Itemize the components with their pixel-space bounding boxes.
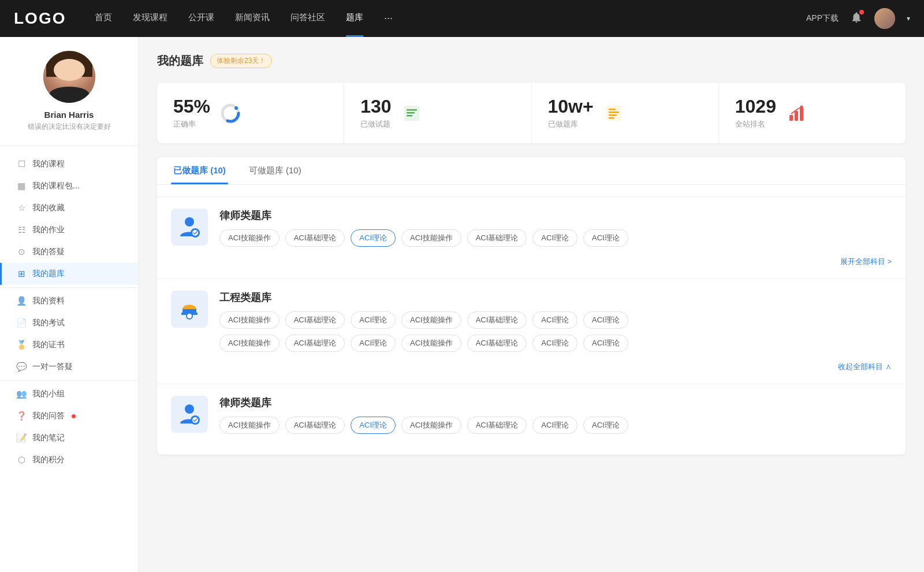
user-dropdown-arrow[interactable]: ▾ xyxy=(907,14,910,23)
stat-done-banks: 10w+ 已做题库 xyxy=(532,83,719,143)
tag[interactable]: ACI理论 xyxy=(532,229,578,247)
engineer-icon xyxy=(177,296,202,322)
nav-right: APP下载 ▾ xyxy=(806,8,910,29)
sidebar-item-notes[interactable]: 📝 我的笔记 xyxy=(0,427,138,449)
svg-point-15 xyxy=(800,105,803,108)
svg-rect-11 xyxy=(609,117,614,119)
tag[interactable]: ACI技能操作 xyxy=(401,335,461,352)
profile-motto: 错误的决定比没有决定要好 xyxy=(28,122,111,132)
bank-footer-lawyer-1: 展开全部科目 > xyxy=(171,256,892,267)
clipboard-icon: ☷ xyxy=(16,225,27,235)
svg-rect-12 xyxy=(789,115,793,121)
tag[interactable]: ACI理论 xyxy=(583,335,628,352)
tag[interactable]: ACI基础理论 xyxy=(467,229,527,247)
tag-active[interactable]: ACI理论 xyxy=(351,229,396,247)
tag[interactable]: ACI理论 xyxy=(351,311,396,329)
tag[interactable]: ACI技能操作 xyxy=(219,311,280,329)
nav-news[interactable]: 新闻资讯 xyxy=(235,12,270,25)
bank-icon-lawyer-1 xyxy=(171,209,208,246)
stat-correct-rate: 55% 正确率 xyxy=(157,83,344,143)
page-wrapper: Brian Harris 错误的决定比没有决定要好 ☐ 我的课程 ▦ 我的课程包… xyxy=(0,37,924,572)
sidebar-item-bank[interactable]: ⊞ 我的题库 xyxy=(0,263,138,285)
tag[interactable]: ACI技能操作 xyxy=(219,335,280,352)
donut-icon xyxy=(219,102,241,124)
stat-done-questions: 130 已做试题 xyxy=(344,83,531,143)
sidebar-item-favorites[interactable]: ☆ 我的收藏 xyxy=(0,197,138,219)
svg-rect-4 xyxy=(407,109,417,111)
tag[interactable]: ACI基础理论 xyxy=(285,311,345,329)
tag[interactable]: ACI技能操作 xyxy=(401,417,461,434)
sidebar-item-one-on-one[interactable]: 💬 一对一答疑 xyxy=(0,356,138,378)
tag[interactable]: ACI技能操作 xyxy=(219,417,280,434)
sidebar-menu: ☐ 我的课程 ▦ 我的课程包... ☆ 我的收藏 ☷ 我的作业 ⊙ 我的答疑 ⊞… xyxy=(0,153,138,471)
stat-value-done-questions: 130 xyxy=(360,96,391,117)
user-avatar[interactable] xyxy=(874,8,895,29)
sidebar-item-exams[interactable]: 📄 我的考试 xyxy=(0,312,138,334)
question-circle-icon: ⊙ xyxy=(16,247,27,257)
tag[interactable]: ACI理论 xyxy=(532,335,578,352)
sidebar-item-qa[interactable]: ⊙ 我的答疑 xyxy=(0,241,138,263)
bank-icon-engineer xyxy=(171,291,208,328)
stats-row: 55% 正确率 130 已做试题 xyxy=(157,83,906,143)
nav-open-course[interactable]: 公开课 xyxy=(188,12,214,25)
tag[interactable]: ACI技能操作 xyxy=(219,229,280,247)
tag[interactable]: ACI技能操作 xyxy=(401,229,461,247)
tag[interactable]: ACI理论 xyxy=(583,417,628,434)
expand-link-lawyer-1[interactable]: 展开全部科目 > xyxy=(840,257,892,266)
svg-rect-6 xyxy=(407,115,412,117)
tag[interactable]: ACI理论 xyxy=(583,229,628,247)
bank-title-lawyer-1: 律师类题库 xyxy=(219,209,892,222)
note-yellow-icon xyxy=(603,102,625,124)
tag[interactable]: ACI基础理论 xyxy=(285,335,345,352)
tag[interactable]: ACI理论 xyxy=(583,311,628,329)
tag[interactable]: ACI基础理论 xyxy=(285,417,345,434)
svg-point-23 xyxy=(185,404,194,414)
tag[interactable]: ACI基础理论 xyxy=(467,311,527,329)
sidebar-item-courses[interactable]: ☐ 我的课程 xyxy=(0,153,138,175)
tag[interactable]: ACI技能操作 xyxy=(401,311,461,329)
tag-active[interactable]: ACI理论 xyxy=(351,417,396,434)
tab-available[interactable]: 可做题库 (10) xyxy=(247,157,304,184)
app-download-button[interactable]: APP下载 xyxy=(806,13,839,24)
bank-tags-lawyer-1: ACI技能操作 ACI基础理论 ACI理论 ACI技能操作 ACI基础理论 AC… xyxy=(219,229,892,247)
svg-rect-5 xyxy=(407,112,415,114)
tag[interactable]: ACI基础理论 xyxy=(285,229,345,247)
doc-icon: ☐ xyxy=(16,159,27,169)
nav-home[interactable]: 首页 xyxy=(95,12,112,25)
tag[interactable]: ACI理论 xyxy=(351,335,396,352)
nav-discover[interactable]: 发现课程 xyxy=(133,12,167,25)
nav-bank[interactable]: 题库 xyxy=(346,12,363,25)
lawyer-icon-2 xyxy=(177,402,202,427)
sidebar-item-certificates[interactable]: 🏅 我的证书 xyxy=(0,334,138,356)
users-icon: 👤 xyxy=(16,296,27,306)
tag[interactable]: ACI理论 xyxy=(532,417,578,434)
main-content: 我的题库 体验剩余23天！ 55% 正确率 xyxy=(139,37,924,572)
sidebar-item-materials[interactable]: 👤 我的资料 xyxy=(0,290,138,312)
svg-point-16 xyxy=(185,217,194,226)
tag[interactable]: ACI基础理论 xyxy=(467,335,527,352)
collapse-link-engineer[interactable]: 收起全部科目 ∧ xyxy=(838,362,892,371)
sidebar-item-points[interactable]: ⬡ 我的积分 xyxy=(0,449,138,471)
svg-point-2 xyxy=(234,106,238,110)
sidebar-item-group[interactable]: 👥 我的小组 xyxy=(0,383,138,405)
stat-label-correct-rate: 正确率 xyxy=(173,119,210,129)
nav-qa[interactable]: 问答社区 xyxy=(290,12,325,25)
logo[interactable]: LOGO xyxy=(14,9,72,28)
bank-tags-engineer-row2: ACI技能操作 ACI基础理论 ACI理论 ACI技能操作 ACI基础理论 AC… xyxy=(219,335,892,352)
nav-more[interactable]: ··· xyxy=(384,12,393,25)
question-icon: ❓ xyxy=(16,411,27,421)
tab-done[interactable]: 已做题库 (10) xyxy=(171,157,228,184)
tag[interactable]: ACI理论 xyxy=(532,311,578,329)
svg-rect-9 xyxy=(609,112,619,113)
bank-tags-engineer-row1: ACI技能操作 ACI基础理论 ACI理论 ACI技能操作 ACI基础理论 AC… xyxy=(219,311,892,329)
page-header: 我的题库 体验剩余23天！ xyxy=(157,53,906,69)
tag[interactable]: ACI基础理论 xyxy=(467,417,527,434)
sidebar-item-my-qa[interactable]: ❓ 我的问答 xyxy=(0,405,138,427)
profile-name: Brian Harris xyxy=(44,110,94,120)
notification-bell[interactable] xyxy=(850,11,863,26)
bank-icon-lawyer-2 xyxy=(171,396,208,433)
stat-site-rank: 1029 全站排名 xyxy=(719,83,906,143)
sidebar-item-homework[interactable]: ☷ 我的作业 xyxy=(0,219,138,241)
sidebar-item-course-packages[interactable]: ▦ 我的课程包... xyxy=(0,175,138,197)
sidebar-divider-1 xyxy=(0,287,138,288)
